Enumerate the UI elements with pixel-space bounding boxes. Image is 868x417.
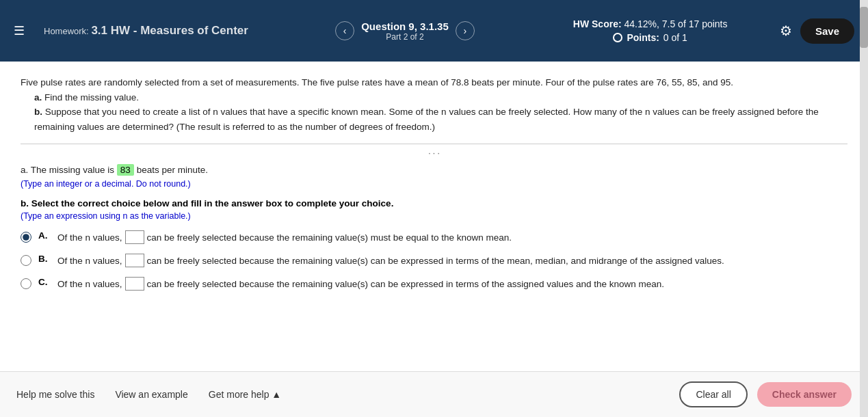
option-a: A. Of the n values, can be freely select…: [21, 230, 847, 244]
option-c-input[interactable]: [125, 277, 144, 291]
header-actions: ⚙ Save: [780, 18, 854, 44]
next-question-button[interactable]: ›: [456, 21, 475, 40]
expand-dots[interactable]: · · ·: [21, 148, 847, 158]
points-label: Points:: [627, 32, 659, 43]
hw-score-value: 44.12%, 7.5 of 17 points: [624, 18, 727, 29]
option-a-letter: A.: [38, 230, 51, 241]
option-c-text: Of the n values, can be freely selected …: [57, 277, 664, 291]
option-a-input[interactable]: [125, 230, 144, 244]
question-number: Question 9, 3.1.35: [361, 21, 449, 32]
hw-name: 3.1 HW - Measures of Center: [91, 24, 248, 37]
part-b-label: b. Select the correct choice below and f…: [21, 198, 847, 209]
view-example-button[interactable]: View an example: [115, 389, 187, 400]
header-title: Homework: 3.1 HW - Measures of Center: [44, 24, 276, 38]
menu-icon[interactable]: ☰: [14, 23, 25, 38]
main-content: Five pulse rates are randomly selected f…: [0, 62, 868, 371]
answer-highlight: 83: [117, 164, 134, 176]
hw-label: Homework: 3.1 HW - Measures of Center: [44, 24, 276, 38]
scrollbar-track[interactable]: [860, 0, 868, 417]
header-question: ‹ Question 9, 3.1.35 Part 2 of 2 ›: [289, 21, 521, 42]
part-a-hint: (Type an integer or a decimal. Do not ro…: [21, 179, 847, 189]
option-b: B. Of the n values, can be freely select…: [21, 254, 847, 267]
check-answer-button[interactable]: Check answer: [757, 382, 852, 407]
question-part: Part 2 of 2: [361, 32, 449, 42]
points-value: 0 of 1: [663, 32, 687, 43]
footer: Help me solve this View an example Get m…: [0, 371, 868, 417]
header: ☰ Homework: 3.1 HW - Measures of Center …: [0, 0, 868, 62]
option-b-letter: B.: [38, 254, 51, 264]
option-b-text: Of the n values, can be freely selected …: [57, 254, 724, 267]
hw-score-label: HW Score:: [573, 18, 622, 29]
answer-section: a. The missing value is 83 beats per min…: [21, 165, 847, 291]
option-b-input[interactable]: [125, 254, 144, 267]
option-c-radio[interactable]: [21, 278, 31, 289]
option-a-radio[interactable]: [21, 232, 31, 243]
problem-intro: Five pulse rates are randomly selected f…: [21, 75, 847, 134]
gear-icon[interactable]: ⚙: [780, 23, 792, 39]
footer-right: Clear all Check answer: [679, 381, 852, 407]
option-a-text: Of the n values, can be freely selected …: [57, 230, 512, 244]
get-more-help-button[interactable]: Get more help ▲: [209, 389, 281, 400]
divider: [21, 144, 847, 144]
part-a-answer-line: a. The missing value is 83 beats per min…: [21, 165, 847, 175]
save-button[interactable]: Save: [800, 18, 854, 44]
clear-all-button[interactable]: Clear all: [679, 381, 747, 407]
help-solve-button[interactable]: Help me solve this: [16, 389, 94, 400]
option-c: C. Of the n values, can be freely select…: [21, 277, 847, 291]
header-score: HW Score: 44.12%, 7.5 of 17 points Point…: [534, 18, 766, 43]
points-circle-icon: [613, 33, 622, 42]
prev-question-button[interactable]: ‹: [335, 21, 354, 40]
option-c-letter: C.: [38, 277, 51, 287]
part-b-hint: (Type an expression using n as the varia…: [21, 211, 847, 221]
option-b-radio[interactable]: [21, 255, 31, 266]
scrollbar-thumb[interactable]: [860, 7, 868, 48]
